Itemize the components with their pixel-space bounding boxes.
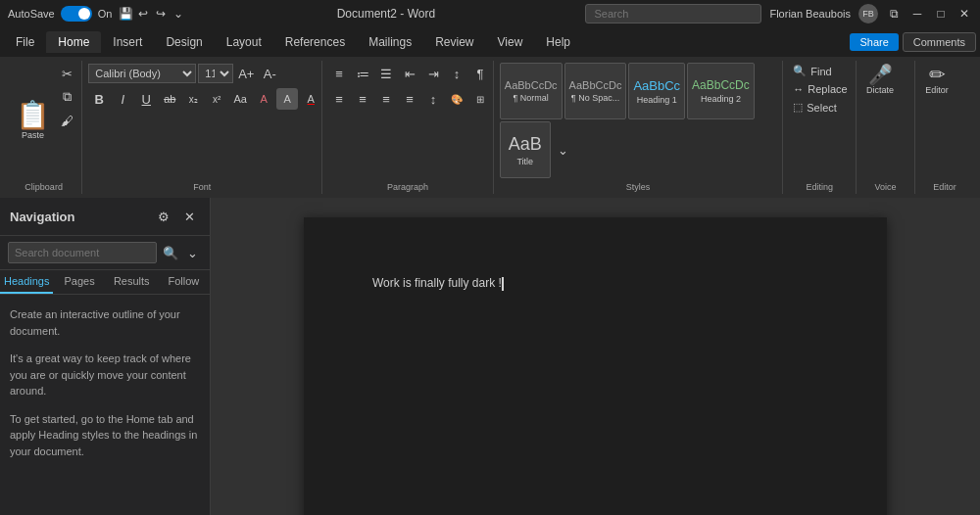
style-title[interactable]: AaB Title [500, 121, 551, 178]
clipboard-content: 📋 Paste ✂ ⧉ 🖌 [12, 61, 77, 180]
font-row-2: B I U ab x₂ x² Aa A A A [88, 88, 321, 110]
tab-help[interactable]: Help [534, 31, 582, 53]
share-btn[interactable]: Share [850, 33, 898, 51]
autosave-toggle[interactable] [61, 6, 92, 22]
decrease-font-btn[interactable]: A- [259, 63, 280, 84]
style-heading1[interactable]: AaBbCc Heading 1 [628, 63, 685, 119]
dictate-label: Dictate [866, 85, 894, 95]
editor-btn[interactable]: ✏ Editor [921, 63, 953, 97]
doc-content: Work is finally fully dark ! [372, 276, 502, 290]
shading-btn[interactable]: 🎨 [446, 88, 467, 110]
more-tools-btn[interactable]: ⌄ [171, 6, 186, 22]
undo-btn[interactable]: ↩ [135, 6, 151, 22]
multilevel-btn[interactable]: ☰ [375, 63, 397, 84]
tab-layout[interactable]: Layout [215, 31, 273, 53]
nav-settings-btn[interactable]: ⚙ [153, 206, 174, 227]
underline-btn[interactable]: U [135, 88, 157, 110]
copy-btn[interactable]: ⧉ [56, 86, 77, 108]
italic-btn[interactable]: I [112, 88, 133, 110]
save-icon-btn[interactable]: 💾 [118, 6, 133, 22]
font-family-select[interactable]: Calibri (Body) [88, 64, 196, 83]
align-left-btn[interactable]: ≡ [328, 88, 350, 110]
increase-indent-btn[interactable]: ⇥ [422, 63, 444, 84]
justify-btn[interactable]: ≡ [399, 88, 420, 110]
nav-tab-headings[interactable]: Headings [0, 270, 53, 294]
user-name: Florian Beaubois [769, 8, 851, 20]
title-bar-right: Florian Beaubois FB ⧉ ─ □ ✕ [585, 4, 972, 23]
find-btn[interactable]: 🔍Find [789, 63, 835, 79]
nav-tab-results[interactable]: Results [106, 270, 158, 294]
cut-btn[interactable]: ✂ [56, 63, 77, 84]
format-painter-btn[interactable]: 🖌 [56, 110, 77, 131]
clipboard-label: Clipboard [12, 180, 75, 194]
paste-btn[interactable]: 📋 Paste [12, 63, 54, 178]
voice-group: 🎤 Dictate Voice [857, 61, 915, 194]
dictate-btn[interactable]: 🎤 Dictate [862, 63, 898, 97]
decrease-indent-btn[interactable]: ⇤ [399, 63, 420, 84]
select-btn[interactable]: ⬚Select [789, 99, 841, 116]
nav-tab-pages[interactable]: Pages [53, 270, 105, 294]
borders-btn[interactable]: ⊞ [469, 88, 491, 110]
increase-font-btn[interactable]: A+ [235, 63, 257, 84]
document-text[interactable]: Work is finally fully dark ! [372, 276, 818, 291]
voice-label: Voice [862, 180, 908, 194]
subscript-btn[interactable]: x₂ [182, 88, 204, 110]
font-color-btn[interactable]: A [300, 88, 321, 110]
tab-insert[interactable]: Insert [101, 31, 154, 53]
bullets-btn[interactable]: ≡ [328, 63, 350, 84]
font-content: Calibri (Body) 11 A+ A- B I U ab x₂ x² A… [88, 61, 321, 180]
align-center-btn[interactable]: ≡ [352, 88, 373, 110]
doc-area[interactable]: Work is finally fully dark ! [211, 198, 980, 515]
nav-search-btn[interactable]: 🔍 [161, 242, 179, 263]
nav-close-btn[interactable]: ✕ [178, 206, 200, 227]
sort-btn[interactable]: ↕ [446, 63, 467, 84]
editor-content: ✏ Editor [921, 61, 953, 180]
style-no-spacing[interactable]: AaBbCcDc ¶ No Spac... [564, 63, 627, 119]
clear-format-btn[interactable]: Aa [229, 88, 251, 110]
tab-mailings[interactable]: Mailings [357, 31, 423, 53]
line-spacing-btn[interactable]: ↕ [422, 88, 444, 110]
font-size-select[interactable]: 11 [198, 64, 233, 83]
superscript-btn[interactable]: x² [206, 88, 227, 110]
comments-btn[interactable]: Comments [903, 32, 976, 52]
autosave-state: On [98, 8, 113, 20]
tab-references[interactable]: References [273, 31, 357, 53]
tab-home[interactable]: Home [46, 31, 101, 53]
style-no-spacing-preview: AaBbCcDc [569, 79, 622, 91]
nav-search-options-btn[interactable]: ⌄ [183, 242, 202, 263]
document-title: Document2 - Word [337, 7, 435, 21]
nav-search-input[interactable] [8, 242, 157, 263]
highlight-btn[interactable]: A [276, 88, 298, 110]
editor-icon: ✏ [929, 65, 946, 84]
ribbon-toggle-btn[interactable]: ⧉ [886, 6, 902, 22]
text-color-btn[interactable]: A [253, 88, 274, 110]
styles-group: AaBbCcDc ¶ Normal AaBbCcDc ¶ No Spac... … [494, 61, 783, 194]
style-normal-preview: AaBbCcDc [505, 79, 558, 91]
paste-icon: 📋 [16, 102, 50, 129]
strikethrough-btn[interactable]: ab [159, 88, 180, 110]
styles-label: Styles [500, 180, 776, 194]
tab-design[interactable]: Design [154, 31, 214, 53]
styles-content: AaBbCcDc ¶ Normal AaBbCcDc ¶ No Spac... … [500, 61, 776, 180]
tab-review[interactable]: Review [423, 31, 485, 53]
show-hide-btn[interactable]: ¶ [469, 63, 491, 84]
tab-file[interactable]: File [4, 31, 46, 53]
title-bar-left: AutoSave On 💾 ↩ ↪ ⌄ [8, 6, 186, 22]
title-search-input[interactable] [585, 4, 761, 23]
restore-btn[interactable]: □ [933, 6, 949, 22]
bold-btn[interactable]: B [88, 88, 110, 110]
close-btn[interactable]: ✕ [956, 6, 972, 22]
nav-tab-follow[interactable]: Follow [158, 270, 210, 294]
nav-tabs: Headings Pages Results Follow [0, 270, 210, 295]
tab-view[interactable]: View [486, 31, 535, 53]
clipboard-group: 📋 Paste ✂ ⧉ 🖌 Clipboard [6, 61, 82, 194]
style-heading2[interactable]: AaBbCcDc Heading 2 [687, 63, 755, 119]
styles-more-btn[interactable]: ⌄ [553, 139, 574, 161]
style-normal[interactable]: AaBbCcDc ¶ Normal [500, 63, 563, 119]
redo-btn[interactable]: ↪ [153, 6, 169, 22]
search-bar-wrap [585, 4, 761, 23]
numbering-btn[interactable]: ≔ [352, 63, 373, 84]
minimize-btn[interactable]: ─ [909, 6, 925, 22]
replace-btn[interactable]: ↔Replace [789, 81, 851, 97]
align-right-btn[interactable]: ≡ [375, 88, 397, 110]
